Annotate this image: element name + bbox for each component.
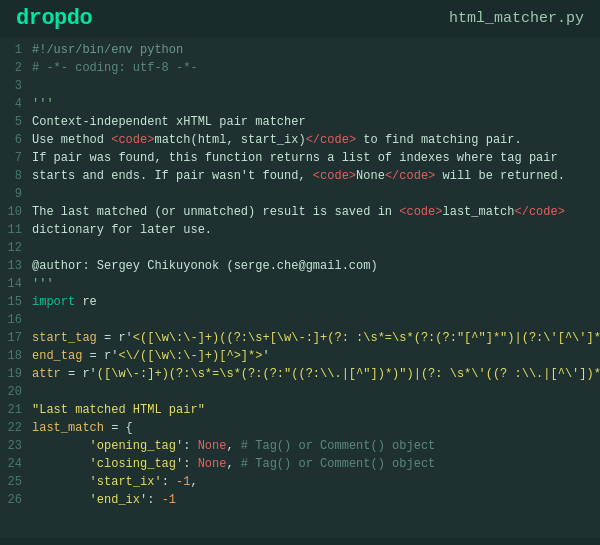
code-line: 15import re [0,293,600,311]
header: dropdo html_matcher.py [0,0,600,37]
code-line: 4''' [0,95,600,113]
line-content: starts and ends. If pair wasn't found, <… [32,167,565,185]
code-line: 17start_tag = r'<([\w\:\-]+)((?:\s+[\w\-… [0,329,600,347]
line-number: 26 [4,491,32,509]
code-line: 14''' [0,275,600,293]
code-line: 21"Last matched HTML pair" [0,401,600,419]
code-line: 25 'start_ix': -1, [0,473,600,491]
code-line: 7If pair was found, this function return… [0,149,600,167]
code-line: 16 [0,311,600,329]
line-number: 20 [4,383,32,401]
line-content: # -*- coding: utf-8 -*- [32,59,198,77]
code-line: 2# -*- coding: utf-8 -*- [0,59,600,77]
line-number: 15 [4,293,32,311]
line-number: 19 [4,365,32,383]
line-content: "Last matched HTML pair" [32,401,205,419]
code-line: 3 [0,77,600,95]
code-line: 19attr = r'([\w\-:]+)(?:\s*=\s*(?:(?:"((… [0,365,600,383]
line-number: 2 [4,59,32,77]
line-content: 'start_ix': -1, [32,473,198,491]
line-number: 5 [4,113,32,131]
line-content: #!/usr/bin/env python [32,41,183,59]
line-content: 'closing_tag': None, # Tag() or Comment(… [32,455,435,473]
line-number: 1 [4,41,32,59]
code-line: 26 'end_ix': -1 [0,491,600,509]
line-content: ''' [32,95,54,113]
code-line: 6Use method <code>match(html, start_ix)<… [0,131,600,149]
code-line: 22last_match = { [0,419,600,437]
code-line: 13@author: Sergey Chikuyonok (serge.che@… [0,257,600,275]
line-number: 10 [4,203,32,221]
line-content: attr = r'([\w\-:]+)(?:\s*=\s*(?:(?:"((?:… [32,365,600,383]
line-content: dictionary for later use. [32,221,212,239]
line-number: 14 [4,275,32,293]
line-content: last_match = { [32,419,133,437]
line-content: ''' [32,275,54,293]
line-content: end_tag = r'<\/([\w\:\-]+)[^>]*>' [32,347,270,365]
line-content: If pair was found, this function returns… [32,149,558,167]
line-content: Use method <code>match(html, start_ix)</… [32,131,522,149]
app-logo: dropdo [16,6,92,31]
code-line: 18end_tag = r'<\/([\w\:\-]+)[^>]*>' [0,347,600,365]
line-number: 4 [4,95,32,113]
filename: html_matcher.py [449,10,584,27]
code-line: 24 'closing_tag': None, # Tag() or Comme… [0,455,600,473]
line-number: 24 [4,455,32,473]
line-content: start_tag = r'<([\w\:\-]+)((?:\s+[\w\-:]… [32,329,600,347]
code-line: 8starts and ends. If pair wasn't found, … [0,167,600,185]
code-line: 1#!/usr/bin/env python [0,41,600,59]
line-content: import re [32,293,97,311]
line-number: 16 [4,311,32,329]
line-number: 8 [4,167,32,185]
line-number: 13 [4,257,32,275]
line-content: Context-independent xHTML pair matcher [32,113,306,131]
line-number: 11 [4,221,32,239]
line-number: 21 [4,401,32,419]
code-line: 9 [0,185,600,203]
code-editor: 1#!/usr/bin/env python2# -*- coding: utf… [0,37,600,538]
code-line: 5Context-independent xHTML pair matcher [0,113,600,131]
line-content: @author: Sergey Chikuyonok (serge.che@gm… [32,257,378,275]
line-number: 7 [4,149,32,167]
line-content: 'end_ix': -1 [32,491,176,509]
line-content: The last matched (or unmatched) result i… [32,203,565,221]
code-line: 10The last matched (or unmatched) result… [0,203,600,221]
line-number: 18 [4,347,32,365]
code-line: 20 [0,383,600,401]
line-number: 17 [4,329,32,347]
line-number: 22 [4,419,32,437]
code-line: 12 [0,239,600,257]
line-number: 12 [4,239,32,257]
code-line: 11dictionary for later use. [0,221,600,239]
line-number: 3 [4,77,32,95]
line-number: 6 [4,131,32,149]
line-number: 9 [4,185,32,203]
line-number: 23 [4,437,32,455]
line-content: 'opening_tag': None, # Tag() or Comment(… [32,437,435,455]
code-line: 23 'opening_tag': None, # Tag() or Comme… [0,437,600,455]
line-number: 25 [4,473,32,491]
